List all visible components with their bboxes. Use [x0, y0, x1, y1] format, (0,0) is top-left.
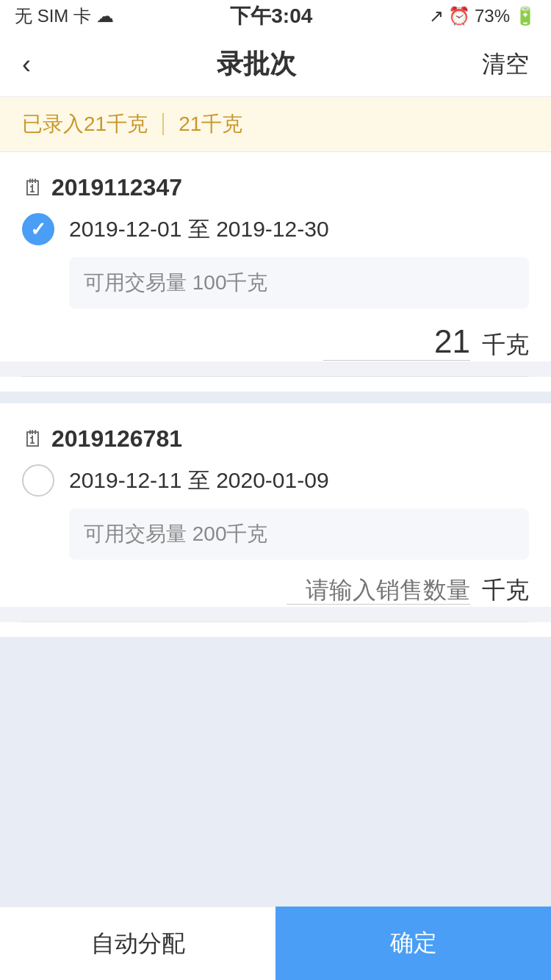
batch2-unit: 千克 [482, 574, 529, 607]
info-banner: 已录入21千克 21千克 [0, 97, 551, 152]
section-gap [0, 392, 551, 403]
batch2-bottom-pad [0, 622, 551, 637]
batch2-date: 2019-12-11 至 2020-01-09 [69, 466, 329, 496]
batch2-row[interactable]: 2019-12-11 至 2020-01-09 [22, 464, 529, 497]
banner-divider [162, 113, 164, 135]
status-time: 下午3:04 [230, 2, 312, 30]
batch2-radio[interactable] [22, 464, 54, 497]
battery-text: 73% [475, 6, 510, 26]
auto-distribute-button[interactable]: 自动分配 [0, 907, 276, 980]
batch1-available-text: 可用交易量 100千克 [84, 271, 268, 294]
confirm-button[interactable]: 确定 [276, 907, 551, 980]
batch1-card: 🗓 2019112347 2019-12-01 至 2019-12-30 可用交… [0, 152, 551, 309]
batch1-row[interactable]: 2019-12-01 至 2019-12-30 [22, 213, 529, 245]
batch1-radio[interactable] [22, 213, 54, 245]
batch1-bottom-pad [0, 377, 551, 392]
batch1-icon: 🗓 [22, 176, 44, 201]
batch2-icon: 🗓 [22, 427, 44, 452]
recorded-value: 21千克 [179, 110, 242, 138]
alarm-icon: ⏰ [448, 6, 470, 26]
recorded-label: 已录入21千克 [22, 110, 148, 138]
batch2-input-row: 千克 [0, 560, 551, 607]
sim-text: 无 SIM 卡 ☁ [15, 4, 114, 28]
batch2-available-text: 可用交易量 200千克 [84, 522, 268, 545]
background-fill [0, 637, 551, 931]
battery-icon: 🔋 [514, 6, 536, 26]
clear-button[interactable]: 清空 [482, 48, 529, 81]
page-title: 录批次 [217, 46, 296, 82]
batch1-unit: 千克 [482, 329, 529, 361]
batch1-date: 2019-12-01 至 2019-12-30 [69, 215, 329, 245]
batch1-quantity-row: 千克 [0, 309, 551, 361]
batch2-quantity-input[interactable] [287, 577, 470, 605]
status-bar: 无 SIM 卡 ☁ 下午3:04 ↗ ⏰ 73% 🔋 [0, 0, 551, 32]
batch2-available-box: 可用交易量 200千克 [69, 508, 529, 560]
batch2-card: 🗓 2019126781 2019-12-11 至 2020-01-09 可用交… [0, 403, 551, 560]
status-right: ↗ ⏰ 73% 🔋 [429, 6, 536, 26]
back-button[interactable]: ‹ [22, 49, 31, 80]
batch2-id: 2019126781 [51, 425, 182, 453]
batch1-header: 🗓 2019112347 [22, 174, 529, 201]
batch1-quantity-input[interactable] [323, 323, 470, 361]
batch1-available-box: 可用交易量 100千克 [69, 257, 529, 309]
batch2-header: 🗓 2019126781 [22, 425, 529, 453]
location-icon: ↗ [429, 6, 444, 26]
status-left: 无 SIM 卡 ☁ [15, 4, 114, 28]
batch1-id: 2019112347 [51, 174, 182, 201]
bottom-bar: 自动分配 确定 [0, 907, 551, 980]
nav-bar: ‹ 录批次 清空 [0, 32, 551, 97]
